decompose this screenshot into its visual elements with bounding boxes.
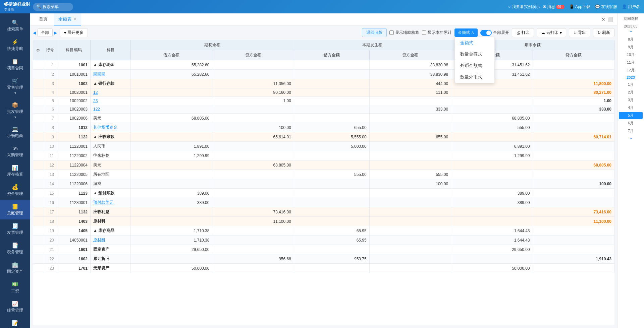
return-old-button[interactable]: 退回旧版 [362,28,387,37]
cell-code: 11220006 [57,179,91,189]
cell-ob-debit: 389.00 [131,189,212,198]
refresh-button[interactable]: ↻ 刷新 [593,28,614,37]
cloud-print-button[interactable]: ☁ 云打印 ▾ [537,28,566,37]
sidebar-item-inventory[interactable]: 📊 库存核算 [0,161,30,181]
tab-home[interactable]: 首页 [34,13,52,25]
table-row: 610020003122333.00333.00 [33,105,614,114]
ytd-checkbox-input[interactable] [422,30,426,35]
cell-subject[interactable]: 回回回 [91,70,131,79]
sidebar-item-payroll[interactable]: 💵 工资 [0,278,30,297]
amount-style-dropdown[interactable]: 金额式 ∧ 金额式 数量金额式 外币金额式 数量外币式 [454,28,478,37]
all-filter[interactable]: 全部 [37,28,53,37]
sidebar-item-ecommerce[interactable]: 💻 小畅电商 [0,123,30,142]
cell-subject[interactable]: 12 [91,88,131,97]
period-item-3[interactable]: 3月 [619,96,643,104]
full-expand-toggle[interactable]: 全部展开 [480,30,509,36]
tab-close-button[interactable]: ✕ [73,17,76,21]
settings-icon[interactable]: ⚙ [36,48,40,53]
app-download-button[interactable]: 📱 App下载 [569,4,590,10]
cell-code: 14050001 [57,236,91,245]
cell-subject[interactable]: 23 [91,97,131,105]
cell-row-num: 9 [43,132,57,142]
panel-expand-button[interactable]: ⬜ [607,17,613,22]
period-item-1[interactable]: 1月 [619,81,643,88]
panel-close-button[interactable]: ✕ [601,17,605,22]
sidebar-item-search[interactable]: 🔍 搜索菜单 [0,16,30,36]
sidebar-item-quick-nav[interactable]: ⚡ 快捷导航 [0,36,30,55]
period-item-12[interactable]: 12月 [619,67,643,74]
period-item-2023-05[interactable]: 2023.05 [619,23,643,29]
cell-empty [33,60,43,70]
sidebar-item-purchase[interactable]: 🛍 采购管理 [0,142,30,161]
sidebar-label: 零售管理 [1,85,29,90]
menu-item-foreign-amount[interactable]: 外币金额式 [455,60,494,71]
print-button[interactable]: 🖨 打印 [512,28,534,37]
sidebar-item-capital[interactable]: 💰 资金管理 [0,181,30,200]
auxiliary-checkbox-input[interactable] [389,30,394,35]
cell-subject[interactable]: 122 [91,105,131,114]
cell-code: 11220005 [57,170,91,179]
period-item-8[interactable]: 8月 [619,36,643,43]
cell-subject[interactable]: 其他货币资金 [91,123,131,132]
period-item-11[interactable]: 11月 [619,59,643,66]
back-arrow[interactable]: ◀ [33,30,36,35]
search-icon: 🔍 [36,4,41,9]
sidebar-item-tax[interactable]: 📑 税务管理 [0,239,30,258]
sidebar-item-invoice[interactable]: 🧾 发票管理 [0,219,30,239]
period-item-10[interactable]: 10月 [619,51,643,58]
toggle-switch[interactable] [480,30,492,36]
cell-subject[interactable]: 原材料 [91,236,131,245]
cell-cp-debit: 953.75 [294,254,369,264]
tab-balance[interactable]: 余额表 ✕ [54,13,81,25]
cell-subject: ▲ 库存商品 [91,226,131,236]
period-item-2023[interactable]: 2023 [619,74,643,80]
cell-cp-debit [294,160,369,170]
sidebar-item-project[interactable]: 📋 项目合同 [0,55,30,74]
expand-more-button[interactable]: ▾ 展开更多 [60,28,88,37]
sidebar-item-fixed-assets[interactable]: 🏢 固定资产 [0,258,30,278]
cell-subject: 固定资产 [91,245,131,254]
cell-row-num: 4 [43,88,57,97]
period-item-6[interactable]: 6月 [619,120,643,127]
cell-ob-debit [131,79,212,88]
sidebar-item-operations[interactable]: 📈 经营管理 [0,297,30,317]
period-item-7[interactable]: 7月 [619,127,643,134]
cell-cb-credit [533,170,614,179]
cell-cp-debit: 65.95 [294,226,369,236]
cell-row-num: 8 [43,123,57,132]
cell-empty [33,105,43,114]
forward-arrow[interactable]: ▶ [54,30,57,35]
amount-style-button[interactable]: 金额式 ∧ [454,28,478,37]
message-button[interactable]: ✉ 消息 99+ [543,4,565,10]
menu-item-qty-amount[interactable]: 数量金额式 [455,49,494,60]
cell-ob-credit [212,151,294,160]
period-item-4[interactable]: 4月 [619,104,643,111]
show-ytd-checkbox[interactable]: 显示本年累计 [422,30,452,36]
menu-item-amount[interactable]: 金额式 [455,37,494,49]
cell-subject[interactable]: 预付款美元 [91,198,131,207]
cell-cb-debit: 1,644.43 [451,226,533,236]
period-item-9[interactable]: 9月 [619,44,643,51]
cloud-icon: ☁ [541,30,545,35]
show-auxiliary-checkbox[interactable]: 显示辅助核算 [389,30,419,36]
export-button[interactable]: ⤓ 导出 [569,28,590,37]
period-up-nav[interactable]: ⌃ [629,30,633,35]
cell-cp-credit [369,114,451,123]
period-item-5[interactable]: 5月 [619,112,643,119]
cell-cp-credit [369,123,451,132]
sidebar-item-retail[interactable]: 🛒 零售管理 ▾ [0,74,30,99]
period-down-nav[interactable]: ⌄ [629,135,633,140]
cell-ob-debit [131,88,212,97]
demo-link[interactable]: ○ 我要看实例演示 [508,4,540,10]
sidebar-item-wholesale[interactable]: 📦 批发管理 ▾ [0,99,30,123]
cell-code: 1403 [57,217,91,226]
user-avatar[interactable]: 👤 用户名 [622,4,640,10]
sidebar-item-reports[interactable]: 📝 小畅报销 [0,317,30,328]
cell-cp-debit [294,151,369,160]
th-settings[interactable]: ⚙ [33,40,43,60]
online-service-button[interactable]: 💬 在线客服 [595,4,617,10]
period-item-2[interactable]: 2月 [619,89,643,96]
menu-item-qty-foreign[interactable]: 数量外币式 [455,71,494,83]
search-bar[interactable]: 🔍 搜索菜单 [33,3,73,11]
sidebar-item-accounting[interactable]: 📒 总账管理 [0,200,30,219]
